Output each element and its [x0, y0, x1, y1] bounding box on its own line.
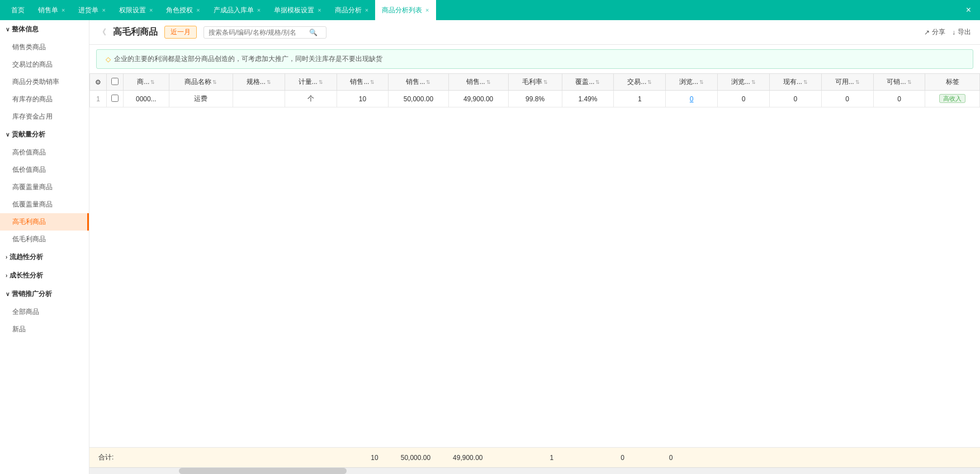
col-tag: 标签: [925, 74, 980, 91]
row-browse2: 0: [718, 91, 770, 107]
row-browse1[interactable]: 0: [666, 91, 718, 107]
sidebar-section-trend[interactable]: › 流趋性分析: [0, 248, 89, 266]
sort-code-icon[interactable]: ⇅: [150, 79, 155, 85]
sort-spec-icon[interactable]: ⇅: [267, 79, 271, 85]
row-saleable: 0: [873, 91, 925, 107]
scrollbar-thumb[interactable]: [179, 468, 347, 474]
sidebar-item-in-stock-goods[interactable]: 有库存的商品: [0, 91, 89, 108]
nav-role-auth[interactable]: 角色授权 ×: [159, 0, 206, 20]
filter-recent-month-button[interactable]: 近一月: [164, 26, 197, 39]
sidebar-section-growth[interactable]: › 成长性分析: [0, 266, 89, 285]
sort-current-stock-icon[interactable]: ⇅: [803, 79, 808, 85]
search-icon[interactable]: 🔍: [309, 29, 318, 36]
sidebar-section-overall[interactable]: ∨ 整体信息: [0, 20, 89, 39]
close-sales-order-icon[interactable]: ×: [61, 7, 65, 13]
settings-icon[interactable]: ⚙: [95, 78, 101, 86]
sidebar-item-sales-goods[interactable]: 销售类商品: [0, 39, 89, 56]
sort-browse1-icon[interactable]: ⇅: [699, 79, 704, 85]
row-checkbox-cell[interactable]: [107, 91, 124, 107]
sidebar-item-low-coverage[interactable]: 低覆盖量商品: [0, 196, 89, 213]
sidebar-section-marketing[interactable]: ∨ 营销推广分析: [0, 285, 89, 303]
table-footer: 合计: 10 50,000.00 49,900.00 1 0 0: [89, 447, 980, 467]
close-window-button[interactable]: ×: [962, 5, 976, 15]
sort-sales-qty-icon[interactable]: ⇅: [370, 79, 375, 85]
col-trade-count: 交易... ⇅: [614, 74, 666, 91]
sort-name-icon[interactable]: ⇅: [212, 79, 217, 85]
export-button[interactable]: ↓ 导出: [952, 27, 971, 37]
sidebar-item-category-rate[interactable]: 商品分类助销率: [0, 73, 89, 91]
col-checkbox[interactable]: [107, 74, 124, 91]
nav-product-storage[interactable]: 产成品入库单 ×: [207, 0, 267, 20]
close-permission-settings-icon[interactable]: ×: [149, 7, 153, 13]
col-sales-profit: 销售... ⇅: [448, 74, 508, 91]
row-trade-count: 1: [614, 91, 666, 107]
row-name: 运费: [169, 91, 233, 107]
page-title: 高毛利商品: [113, 26, 158, 38]
row-sales-amount: 50,000.00: [389, 91, 448, 107]
col-unit: 计量... ⇅: [285, 74, 337, 91]
sidebar-item-high-margin[interactable]: 高毛利商品: [0, 213, 89, 231]
sort-sales-profit-icon[interactable]: ⇅: [486, 79, 491, 85]
nav-product-analysis-list[interactable]: 商品分析列表 ×: [375, 0, 435, 20]
sidebar-item-stock-capital[interactable]: 库存资金占用: [0, 108, 89, 125]
table-header-row: ⚙ 商... ⇅: [90, 74, 980, 91]
nav-sales-order[interactable]: 销售单 ×: [31, 0, 72, 20]
row-gross-margin: 99.8%: [508, 91, 562, 107]
close-product-storage-icon[interactable]: ×: [257, 7, 261, 13]
sidebar-collapse-button[interactable]: 《: [98, 27, 106, 37]
row-current-stock: 0: [769, 91, 821, 107]
close-template-settings-icon[interactable]: ×: [318, 7, 321, 13]
close-role-auth-icon[interactable]: ×: [196, 7, 200, 13]
nav-purchase-order[interactable]: 进货单 ×: [72, 0, 112, 20]
row-available-stock: 0: [821, 91, 873, 107]
share-button[interactable]: ↗ 分享: [924, 27, 945, 37]
close-product-analysis-icon[interactable]: ×: [365, 7, 368, 13]
sort-browse2-icon[interactable]: ⇅: [751, 79, 756, 85]
sort-coverage-icon[interactable]: ⇅: [595, 79, 600, 85]
row-spec: [233, 91, 285, 107]
footer-sales-qty: 10: [371, 454, 378, 462]
nav-home[interactable]: 首页: [4, 0, 31, 20]
row-checkbox[interactable]: [111, 95, 119, 102]
arrow-marketing-icon: ∨: [6, 291, 10, 297]
table-body: 1 0000... 运费 个 10 50,000.00 49,900.00 99…: [90, 91, 980, 107]
row-coverage: 1.49%: [562, 91, 614, 107]
sort-available-stock-icon[interactable]: ⇅: [855, 79, 860, 85]
sort-saleable-icon[interactable]: ⇅: [907, 79, 912, 85]
col-browse2: 浏览... ⇅: [718, 74, 770, 91]
share-icon: ↗: [924, 29, 930, 36]
sort-trade-count-icon[interactable]: ⇅: [647, 79, 652, 85]
arrow-contribution-icon: ∨: [6, 132, 10, 138]
sidebar-item-traded-goods[interactable]: 交易过的商品: [0, 56, 89, 73]
sort-unit-icon[interactable]: ⇅: [319, 79, 323, 85]
arrow-growth-icon: ›: [6, 273, 7, 279]
tag-high-income-badge: 高收入: [939, 94, 965, 103]
sidebar-item-low-margin[interactable]: 低毛利商品: [0, 231, 89, 248]
col-current-stock: 现有... ⇅: [769, 74, 821, 91]
close-purchase-order-icon[interactable]: ×: [102, 7, 105, 13]
sidebar-section-overall-items: 销售类商品 交易过的商品 商品分类助销率 有库存的商品 库存资金占用: [0, 39, 89, 125]
sidebar-section-contribution[interactable]: ∨ 贡献量分析: [0, 125, 89, 144]
col-coverage: 覆盖... ⇅: [562, 74, 614, 91]
sidebar-item-high-value[interactable]: 高价值商品: [0, 144, 89, 161]
select-all-checkbox[interactable]: [111, 78, 119, 85]
row-code[interactable]: 0000...: [124, 91, 169, 107]
col-sales-qty: 销售... ⇅: [337, 74, 389, 91]
browse1-link[interactable]: 0: [690, 95, 694, 103]
sort-gross-margin-icon[interactable]: ⇅: [543, 79, 548, 85]
search-input[interactable]: [209, 29, 309, 36]
table-container[interactable]: ⚙ 商... ⇅: [89, 73, 980, 447]
nav-template-settings[interactable]: 单据模板设置 ×: [267, 0, 328, 20]
col-settings[interactable]: ⚙: [90, 74, 107, 91]
row-unit: 个: [285, 91, 337, 107]
bottom-scrollbar[interactable]: [89, 467, 980, 474]
nav-permission-settings[interactable]: 权限设置 ×: [112, 0, 159, 20]
sidebar-item-high-coverage[interactable]: 高覆盖量商品: [0, 179, 89, 196]
nav-product-analysis[interactable]: 商品分析 ×: [328, 0, 375, 20]
info-icon: ◇: [106, 55, 111, 63]
sidebar-item-new-goods[interactable]: 新品: [0, 321, 89, 338]
sidebar-item-all-goods[interactable]: 全部商品: [0, 303, 89, 321]
sidebar-item-low-value[interactable]: 低价值商品: [0, 161, 89, 179]
sort-sales-amount-icon[interactable]: ⇅: [426, 79, 430, 85]
close-product-analysis-list-icon[interactable]: ×: [425, 7, 429, 13]
